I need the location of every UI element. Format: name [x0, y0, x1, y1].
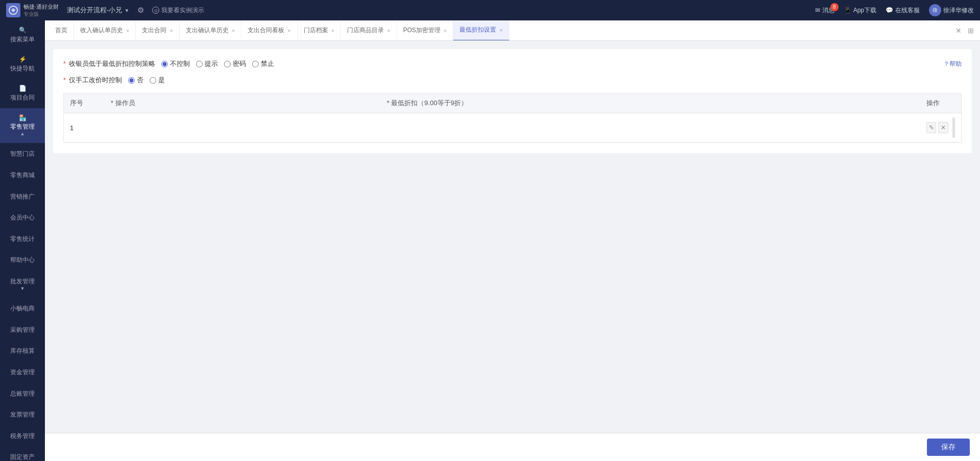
- search-icon: 🔍: [19, 27, 27, 34]
- radio-no[interactable]: [128, 77, 135, 84]
- col-action: 操作: [920, 93, 961, 113]
- help-link[interactable]: ？帮助: [943, 60, 962, 68]
- tab-close-payment-contract-board[interactable]: ×: [287, 28, 290, 34]
- tab-income-history[interactable]: 收入确认单历史 ×: [74, 20, 136, 41]
- tab-close-payment-contract[interactable]: ×: [169, 28, 173, 34]
- sidebar-item-project-contract[interactable]: 📄 项目合同: [0, 79, 45, 108]
- wholesale-arrow-icon: ▼: [20, 286, 25, 292]
- message-icon: ✉: [815, 7, 820, 14]
- top-bar: 畅捷·通好业财 专业版 测试分开流程-小兄 ▼ ⚙ ◎ 我要看实例演示 ✉ 消息…: [0, 0, 980, 20]
- sidebar: 🔍 搜索菜单 ⚡ 快捷导航 📄 项目合同 🏪 零售管理 ▲ 智慧门店 零售商城 …: [0, 20, 45, 461]
- tab-close-all-button[interactable]: ✕: [953, 26, 964, 36]
- tab-close-pos-password[interactable]: ×: [444, 28, 447, 34]
- retail-icon: 🏪: [19, 114, 27, 123]
- contract-icon: 📄: [19, 85, 27, 92]
- sidebar-item-invoice[interactable]: 发票管理: [0, 404, 45, 425]
- option-forbid[interactable]: 禁止: [252, 59, 274, 68]
- manual-price-label: * 仅手工改价时控制: [63, 76, 122, 85]
- project-selector[interactable]: 测试分开流程-小兄 ▼: [67, 6, 129, 15]
- tab-pos-password[interactable]: POS加密管理 ×: [397, 20, 454, 41]
- tab-payment-confirm-history[interactable]: 支出确认单历史 ×: [180, 20, 241, 41]
- page-footer: 保存: [45, 433, 980, 461]
- table-row: 1 ✎ ✕: [64, 113, 961, 142]
- settings-icon[interactable]: ⚙: [137, 6, 144, 15]
- collapse-arrow-icon: ▲: [20, 131, 25, 137]
- cell-seq-1: 1: [64, 120, 105, 136]
- sidebar-item-retail-management[interactable]: 🏪 零售管理 ▲: [0, 108, 45, 143]
- top-bar-right: ✉ 消息 8 📱 App下载 💬 在线客服 徐 徐泽华修改: [815, 4, 974, 16]
- shortcut-icon: ⚡: [19, 56, 27, 63]
- tab-expand-button[interactable]: ⊞: [966, 26, 976, 36]
- tab-close-payment-confirm-history[interactable]: ×: [232, 28, 235, 34]
- scrollbar-thumb: [952, 117, 955, 138]
- sidebar-item-fixed-assets[interactable]: 固定资产: [0, 446, 45, 461]
- sidebar-item-help[interactable]: 帮助中心: [0, 249, 45, 271]
- tab-close-income-history[interactable]: ×: [126, 28, 129, 34]
- option-no-control[interactable]: 不控制: [161, 59, 190, 68]
- sidebar-item-tax[interactable]: 税务管理: [0, 425, 45, 447]
- option-no[interactable]: 否: [128, 76, 143, 85]
- delete-button-1[interactable]: ✕: [938, 122, 948, 133]
- option-remind[interactable]: 提示: [196, 59, 218, 68]
- online-service-button[interactable]: 💬 在线客服: [886, 6, 920, 15]
- demo-link[interactable]: ◎ 我要看实例演示: [152, 6, 204, 15]
- save-button[interactable]: 保存: [927, 439, 970, 456]
- sidebar-item-purchase[interactable]: 采购管理: [0, 319, 45, 341]
- sidebar-item-wholesale[interactable]: 批发管理 ▼: [0, 271, 45, 298]
- cashier-policy-radio-group: 不控制 提示 密码 禁止: [161, 59, 274, 68]
- cell-action-1: ✎ ✕: [920, 113, 961, 142]
- tab-payment-contract[interactable]: 支出合同 ×: [136, 20, 179, 41]
- app-logo: 畅捷·通好业财 专业版: [6, 3, 59, 18]
- tab-payment-contract-board[interactable]: 支出合同看板 ×: [241, 20, 297, 41]
- sidebar-item-funds[interactable]: 资金管理: [0, 361, 45, 383]
- sidebar-item-marketing[interactable]: 营销推广: [0, 186, 45, 207]
- messages-button[interactable]: ✉ 消息 8: [815, 6, 835, 15]
- download-icon: 📱: [844, 7, 851, 14]
- tab-home[interactable]: 首页: [49, 20, 74, 41]
- dropdown-arrow-icon: ▼: [124, 8, 129, 13]
- cashier-policy-row: * 收银员低于最低折扣控制策略 不控制 提示: [63, 59, 962, 68]
- tab-close-store-products[interactable]: ×: [387, 28, 390, 34]
- logo-icon: [6, 3, 20, 17]
- tab-close-store-files[interactable]: ×: [331, 28, 334, 34]
- cell-discount-1: [381, 124, 920, 132]
- col-seq: 序号: [64, 93, 105, 113]
- discount-table: 序号 * 操作员 * 最低折扣（9.00等于9折） 操作 1 ✎ ✕: [63, 93, 962, 143]
- radio-no-control[interactable]: [161, 61, 168, 67]
- sidebar-item-retail-stats[interactable]: 零售统计: [0, 228, 45, 250]
- option-yes[interactable]: 是: [150, 76, 165, 85]
- service-icon: 💬: [886, 7, 893, 14]
- app-download-button[interactable]: 📱 App下载: [844, 6, 876, 15]
- edit-button-1[interactable]: ✎: [926, 122, 936, 133]
- table-header: 序号 * 操作员 * 最低折扣（9.00等于9折） 操作: [64, 93, 961, 113]
- tab-close-min-discount[interactable]: ×: [499, 27, 502, 33]
- option-password[interactable]: 密码: [224, 59, 246, 68]
- sidebar-item-smart-store[interactable]: 智慧门店: [0, 143, 45, 164]
- sidebar-item-accounting[interactable]: 总账管理: [0, 383, 45, 404]
- user-menu-button[interactable]: 徐 徐泽华修改: [929, 4, 974, 16]
- tab-bar: 首页 收入确认单历史 × 支出合同 × 支出确认单历史 × 支出合同看板 × 门…: [45, 20, 980, 41]
- sidebar-item-search[interactable]: 🔍 搜索菜单: [0, 20, 45, 50]
- radio-forbid[interactable]: [252, 61, 259, 67]
- cell-operator-1: [105, 124, 381, 132]
- page-content: * 收银员低于最低折扣控制策略 不控制 提示: [45, 41, 980, 433]
- manual-price-row: * 仅手工改价时控制 否 是: [63, 76, 962, 85]
- radio-yes[interactable]: [150, 77, 156, 84]
- tab-bar-controls: ✕ ⊞: [953, 26, 976, 36]
- radio-remind[interactable]: [196, 61, 203, 67]
- main-layout: 🔍 搜索菜单 ⚡ 快捷导航 📄 项目合同 🏪 零售管理 ▲ 智慧门店 零售商城 …: [0, 20, 980, 461]
- sidebar-item-inventory[interactable]: 库存核算: [0, 340, 45, 361]
- avatar: 徐: [929, 4, 941, 16]
- tab-min-discount[interactable]: 最低折扣设置 ×: [453, 20, 509, 41]
- sidebar-item-shortcut[interactable]: ⚡ 快捷导航: [0, 50, 45, 79]
- content-area: 首页 收入确认单历史 × 支出合同 × 支出确认单历史 × 支出合同看板 × 门…: [45, 20, 980, 461]
- sidebar-item-member[interactable]: 会员中心: [0, 207, 45, 228]
- sidebar-item-retail-mall[interactable]: 零售商城: [0, 164, 45, 186]
- col-operator: * 操作员: [105, 93, 381, 113]
- app-name: 畅捷·通好业财 专业版: [23, 3, 59, 18]
- tab-store-products[interactable]: 门店商品目录 ×: [341, 20, 397, 41]
- tab-store-files[interactable]: 门店档案 ×: [298, 20, 341, 41]
- col-discount: * 最低折扣（9.00等于9折）: [381, 93, 920, 113]
- sidebar-item-ecommerce[interactable]: 小畅电商: [0, 298, 45, 319]
- radio-password[interactable]: [224, 61, 231, 67]
